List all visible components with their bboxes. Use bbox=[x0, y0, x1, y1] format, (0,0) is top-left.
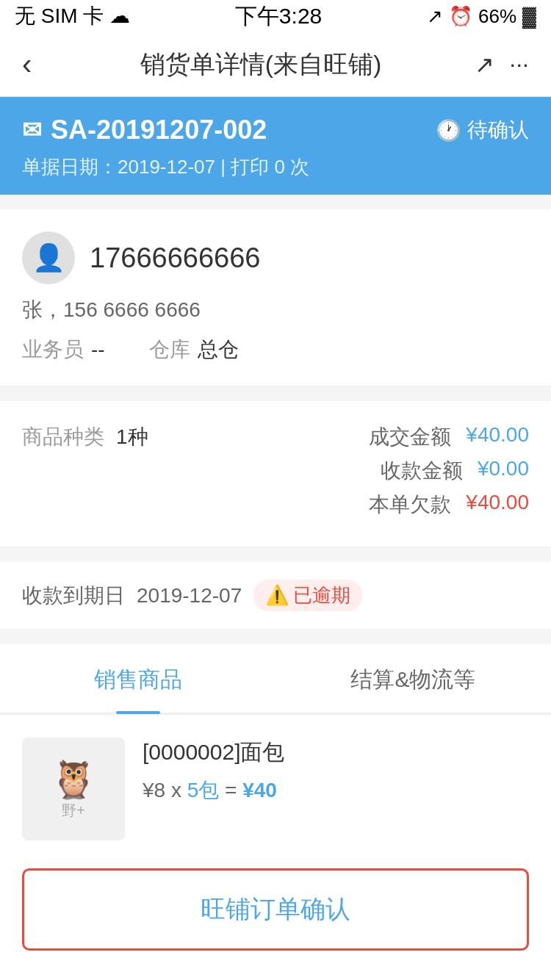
share-button[interactable]: ↗ bbox=[475, 51, 494, 79]
status-time: 下午3:28 bbox=[235, 1, 322, 32]
order-status: 🕐 待确认 bbox=[436, 116, 529, 144]
customer-section: 👤 17666666666 张，156 6666 6666 业务员 -- 仓库 … bbox=[0, 209, 551, 386]
product-item: 🦉 野+ [0000002]面包 ¥8 x 5包 = ¥40 bbox=[22, 738, 529, 840]
tabs: 销售商品 结算&物流等 bbox=[0, 644, 551, 714]
location-icon: ↗ bbox=[427, 5, 443, 28]
product-section: 🦉 野+ [0000002]面包 ¥8 x 5包 = ¥40 bbox=[0, 716, 551, 862]
order-id: ✉ SA-20191207-002 bbox=[22, 115, 267, 145]
total-price: ¥40 bbox=[242, 779, 277, 801]
due-date-label: 收款到期日 bbox=[22, 582, 125, 610]
deal-amount-value: ¥40.00 bbox=[466, 423, 529, 451]
nav-bar: ‹ 销货单详情(来自旺铺) ↗ ··· bbox=[0, 32, 551, 97]
customer-name: 张，156 6666 6666 bbox=[22, 296, 529, 324]
back-button[interactable]: ‹ bbox=[22, 48, 66, 81]
confirm-button-wrap: 旺铺订单确认 bbox=[0, 854, 551, 980]
received-amount-row: 收款金额 ¥0.00 bbox=[369, 457, 529, 485]
stats-amounts: 成交金额 ¥40.00 收款金额 ¥0.00 本单欠款 ¥40.00 bbox=[369, 423, 529, 525]
no-sim-label: 无 SIM 卡 ☁ bbox=[15, 2, 130, 30]
product-price: ¥8 x 5包 = ¥40 bbox=[143, 777, 529, 804]
unit-price: ¥8 bbox=[143, 779, 165, 801]
order-icon: ✉ bbox=[22, 116, 42, 144]
nav-right-actions: ↗ ··· bbox=[455, 51, 529, 79]
salesperson-label: 业务员 bbox=[22, 336, 84, 364]
overdue-label: 已逾期 bbox=[293, 583, 350, 608]
due-date-value: 2019-12-07 bbox=[137, 584, 242, 608]
owed-amount-value: ¥40.00 bbox=[466, 491, 529, 519]
battery-label: 66% bbox=[478, 5, 516, 28]
owed-amount-row: 本单欠款 ¥40.00 bbox=[369, 491, 529, 519]
order-date: 单据日期：2019-12-07 | 打印 0 次 bbox=[22, 154, 529, 180]
status-right: ↗ ⏰ 66% ▓ bbox=[427, 5, 536, 28]
stats-product-kind: 商品种类 1种 bbox=[22, 423, 148, 451]
received-amount-label: 收款金额 bbox=[381, 457, 463, 485]
more-button[interactable]: ··· bbox=[509, 51, 529, 78]
stats-section: 商品种类 1种 成交金额 ¥40.00 收款金额 ¥0.00 本单欠款 ¥40.… bbox=[0, 401, 551, 547]
owed-amount-label: 本单欠款 bbox=[369, 491, 451, 519]
status-bar: 无 SIM 卡 ☁ 下午3:28 ↗ ⏰ 66% ▓ bbox=[0, 0, 551, 32]
warehouse-value: 总仓 bbox=[198, 336, 239, 364]
multiply-sign: x bbox=[171, 779, 181, 801]
customer-meta: 业务员 -- 仓库 总仓 bbox=[22, 336, 529, 364]
warning-icon: ⚠️ bbox=[265, 584, 289, 607]
page-title: 销货单详情(来自旺铺) bbox=[66, 48, 455, 82]
confirm-order-button[interactable]: 旺铺订单确认 bbox=[22, 868, 529, 951]
product-kind-label: 商品种类 bbox=[22, 423, 104, 451]
tab-settlement-label: 结算&物流等 bbox=[350, 667, 475, 691]
equals-sign: = bbox=[225, 779, 237, 801]
customer-phone: 17666666666 bbox=[90, 242, 260, 274]
customer-avatar: 👤 bbox=[22, 231, 75, 284]
status-text: 待确认 bbox=[467, 116, 529, 144]
tab-sales-label: 销售商品 bbox=[94, 667, 182, 691]
order-banner: ✉ SA-20191207-002 🕐 待确认 单据日期：2019-12-07 … bbox=[0, 97, 551, 195]
salesperson-value: -- bbox=[91, 338, 105, 361]
product-count-value: 1种 bbox=[116, 423, 148, 451]
alarm-icon: ⏰ bbox=[449, 5, 472, 28]
warehouse-label: 仓库 bbox=[149, 336, 190, 364]
product-thumbnail: 🦉 野+ bbox=[51, 758, 96, 821]
clock-icon: 🕐 bbox=[436, 118, 461, 143]
tab-settlement[interactable]: 结算&物流等 bbox=[276, 644, 551, 713]
product-info: [0000002]面包 ¥8 x 5包 = ¥40 bbox=[143, 738, 529, 804]
avatar-icon: 👤 bbox=[32, 242, 65, 273]
battery-icon: ▓ bbox=[522, 5, 536, 28]
tab-sales-products[interactable]: 销售商品 bbox=[0, 644, 276, 713]
product-name: [0000002]面包 bbox=[143, 738, 529, 768]
product-image: 🦉 野+ bbox=[22, 738, 125, 840]
overdue-badge: ⚠️ 已逾期 bbox=[253, 580, 362, 611]
order-id-text: SA-20191207-002 bbox=[51, 115, 267, 145]
deal-amount-label: 成交金额 bbox=[369, 423, 451, 451]
deal-amount-row: 成交金额 ¥40.00 bbox=[369, 423, 529, 451]
quantity: 5包 bbox=[187, 779, 220, 801]
status-left: 无 SIM 卡 ☁ bbox=[15, 2, 130, 30]
due-date-section: 收款到期日 2019-12-07 ⚠️ 已逾期 bbox=[0, 562, 551, 630]
warehouse-field: 仓库 总仓 bbox=[149, 336, 239, 364]
salesperson-field: 业务员 -- bbox=[22, 336, 105, 364]
received-amount-value: ¥0.00 bbox=[478, 457, 529, 485]
